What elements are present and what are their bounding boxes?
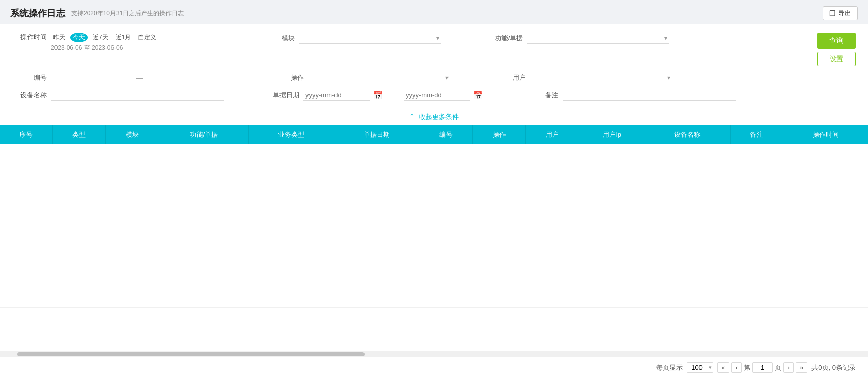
col-function: 功能/单据: [159, 125, 248, 144]
user-select-wrapper: ▾: [530, 72, 673, 83]
table-empty-row: [0, 144, 868, 307]
module-label: 模块: [260, 34, 295, 43]
page-label: 第: [744, 363, 750, 372]
page-subtitle: 支持2020年10月31日之后产生的操作日志: [71, 9, 184, 18]
export-label: 导出: [838, 9, 851, 18]
remark-input[interactable]: [563, 90, 736, 101]
time-btn-7days[interactable]: 近7天: [91, 33, 110, 42]
col-remark: 备注: [730, 125, 783, 144]
action-buttons: 查询 设置: [817, 33, 856, 66]
prev-page-button[interactable]: ‹: [731, 362, 741, 373]
next-page-button[interactable]: ›: [783, 362, 794, 373]
number-dash: —: [136, 74, 143, 82]
device-label: 设备名称: [12, 91, 47, 100]
date-dash: —: [390, 92, 397, 99]
table-wrapper: 序号 类型 模块 功能/单据 业务类型 单据日期 编号 操作 用户 用户ip 设…: [0, 125, 868, 351]
time-btn-1month[interactable]: 近1月: [114, 33, 133, 42]
query-button[interactable]: 查询: [817, 33, 856, 49]
page-unit: 页: [775, 363, 781, 372]
number-input-end[interactable]: [147, 72, 229, 83]
user-label: 用户: [491, 73, 526, 82]
page-navigation: « ‹ 第 页 › »: [717, 362, 807, 373]
scrollbar-thumb[interactable]: [17, 352, 365, 356]
col-number: 编号: [419, 125, 472, 144]
calendar-end-icon[interactable]: 📅: [473, 91, 483, 100]
pagination-bar: 每页显示 100 10 20 50 ▾ « ‹ 第 页 › » 共0页, 0条记…: [0, 357, 868, 378]
col-seq: 序号: [0, 125, 52, 144]
date-end-input[interactable]: [404, 90, 470, 101]
col-module: 模块: [106, 125, 159, 144]
data-table: 序号 类型 模块 功能/单据 业务类型 单据日期 编号 操作 用户 用户ip 设…: [0, 125, 868, 308]
module-select[interactable]: [299, 33, 441, 44]
time-btn-custom[interactable]: 自定义: [136, 33, 158, 42]
operation-select[interactable]: [308, 72, 451, 83]
page-header: 系统操作日志 支持2020年10月31日之后产生的操作日志 ❐ 导出: [0, 0, 868, 24]
collapse-label: 收起更多条件: [419, 113, 459, 121]
calendar-start-icon[interactable]: 📅: [373, 91, 383, 100]
remark-label: 备注: [524, 91, 558, 100]
last-page-button[interactable]: »: [796, 362, 807, 373]
operation-label: 操作: [269, 73, 304, 82]
function-select[interactable]: [527, 33, 669, 44]
user-select[interactable]: [530, 72, 673, 83]
collapse-bar[interactable]: ⌃ 收起更多条件: [0, 109, 868, 125]
col-biz-type: 业务类型: [249, 125, 334, 144]
export-icon: ❐: [829, 9, 836, 17]
col-user: 用户: [526, 125, 579, 144]
settings-button[interactable]: 设置: [817, 52, 856, 66]
col-type: 类型: [52, 125, 105, 144]
horizontal-scrollbar[interactable]: [0, 351, 868, 357]
per-page-select-wrap: 100 10 20 50 ▾: [687, 362, 713, 373]
export-button[interactable]: ❐ 导出: [823, 6, 858, 20]
col-operation: 操作: [472, 125, 525, 144]
number-input-start[interactable]: [51, 72, 132, 83]
table-header-row: 序号 类型 模块 功能/单据 业务类型 单据日期 编号 操作 用户 用户ip 设…: [0, 125, 868, 144]
total-text: 共0页, 0条记录: [811, 363, 856, 372]
function-select-wrapper: ▾: [527, 33, 669, 44]
date-input-group: 📅 — 📅: [303, 90, 483, 101]
time-btn-yesterday[interactable]: 昨天: [51, 33, 67, 42]
collapse-icon: ⌃: [409, 113, 415, 121]
operation-select-wrapper: ▾: [308, 72, 451, 83]
number-label: 编号: [12, 73, 47, 82]
voucher-date-label: 单据日期: [265, 91, 299, 100]
date-start-input[interactable]: [303, 90, 370, 101]
page-number-input[interactable]: [752, 362, 773, 373]
col-user-ip: 用户ip: [579, 125, 645, 144]
time-btn-today[interactable]: 今天: [70, 33, 88, 42]
time-filter-group: 昨天 今天 近7天 近1月 自定义 2023-06-06 至 2023-06-0…: [51, 33, 158, 52]
time-range-text: 2023-06-06 至 2023-06-06: [51, 44, 158, 52]
page-title: 系统操作日志: [10, 7, 65, 19]
col-voucher-date: 单据日期: [334, 125, 419, 144]
first-page-button[interactable]: «: [717, 362, 729, 373]
per-page-select[interactable]: 100 10 20 50: [687, 362, 713, 373]
module-select-wrapper: ▾: [299, 33, 441, 44]
col-device: 设备名称: [645, 125, 730, 144]
time-label: 操作时间: [12, 33, 47, 42]
per-page-label: 每页显示: [656, 363, 683, 372]
col-op-time: 操作时间: [783, 125, 868, 144]
filter-area: 操作时间 昨天 今天 近7天 近1月 自定义 2023-06-06 至 2023…: [0, 24, 868, 109]
function-label: 功能/单据: [482, 34, 523, 43]
device-input[interactable]: [51, 90, 224, 101]
